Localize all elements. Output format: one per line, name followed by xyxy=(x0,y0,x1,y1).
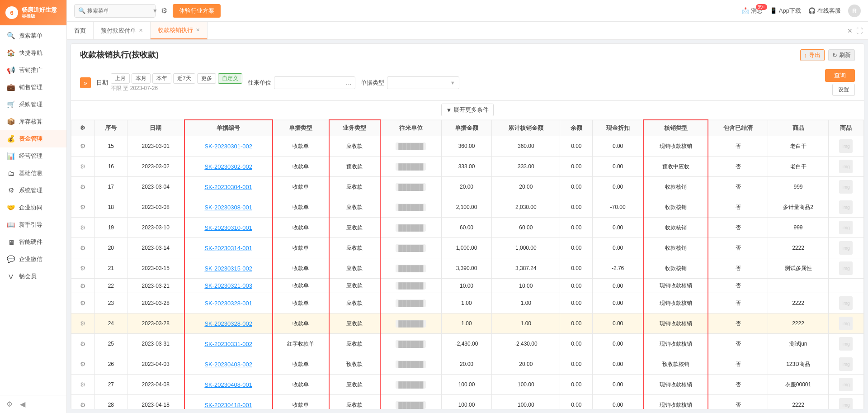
cell-doc_no-9[interactable]: SK-20230328-002 xyxy=(184,313,273,334)
voucher-type-select[interactable]: ▼ xyxy=(387,76,459,89)
row-settings-icon[interactable]: ⚙ xyxy=(80,224,86,231)
notification-button[interactable]: 📩 消息 99+ xyxy=(742,7,763,15)
cell-discount-1: 0.00 xyxy=(593,157,643,177)
cell-cancel_type-1: 预收中应收 xyxy=(643,157,708,177)
doc-no-link-0[interactable]: SK-20230301-002 xyxy=(204,143,252,150)
tab-close-receipt[interactable]: ✕ xyxy=(196,27,200,33)
doc-no-link-4[interactable]: SK-20230310-001 xyxy=(204,224,252,231)
date-btn-custom[interactable]: 自定义 xyxy=(218,73,242,84)
search-input[interactable] xyxy=(87,8,151,14)
sidebar-settings-icon[interactable]: ⚙ xyxy=(6,400,13,408)
doc-no-link-12[interactable]: SK-20230408-001 xyxy=(204,381,252,388)
expand-tabs-button[interactable]: ⛶ xyxy=(856,27,863,34)
expand-more-button[interactable]: ▼ 展开更多条件 xyxy=(441,104,494,116)
doc-no-link-13[interactable]: SK-20230418-001 xyxy=(204,402,252,408)
row-settings-icon[interactable]: ⚙ xyxy=(80,340,86,347)
cell-doc_no-7[interactable]: SK-20230321-003 xyxy=(184,279,273,293)
sidebar-collapse-icon[interactable]: ◀ xyxy=(20,400,25,408)
sidebar-item-member[interactable]: V畅会员 xyxy=(0,268,66,285)
sidebar-item-purchase[interactable]: 🛒采购管理 xyxy=(0,96,66,113)
partner-input-wrap[interactable]: ... xyxy=(274,76,355,89)
sidebar-item-finance[interactable]: 💰资金管理 xyxy=(0,130,66,147)
cell-biz_type-1: 预收款 xyxy=(329,157,380,177)
cell-doc_no-12[interactable]: SK-20230408-001 xyxy=(184,375,273,395)
cell-doc_no-5[interactable]: SK-20230314-001 xyxy=(184,238,273,258)
close-all-tabs-button[interactable]: ✕ xyxy=(847,27,853,34)
row-settings-icon[interactable]: ⚙ xyxy=(80,381,86,388)
cell-doc_type-9: 收款单 xyxy=(273,313,329,334)
cell-doc_no-6[interactable]: SK-20230315-002 xyxy=(184,258,273,279)
doc-no-link-1[interactable]: SK-20230302-002 xyxy=(204,163,252,170)
refresh-button[interactable]: ↻ 刷新 xyxy=(828,49,855,61)
sidebar-item-wechat[interactable]: 💬企业微信 xyxy=(0,251,66,268)
user-avatar[interactable]: R xyxy=(848,5,861,17)
doc-no-link-7[interactable]: SK-20230321-003 xyxy=(204,282,252,289)
doc-no-link-5[interactable]: SK-20230314-001 xyxy=(204,245,252,252)
row-settings-icon[interactable]: ⚙ xyxy=(80,183,86,190)
sidebar-item-basic[interactable]: 🗂基础信息 xyxy=(0,165,66,182)
sidebar-item-operation[interactable]: 📊经营管理 xyxy=(0,147,66,165)
doc-no-link-6[interactable]: SK-20230315-002 xyxy=(204,265,252,272)
app-download-button[interactable]: 📱 App下载 xyxy=(770,7,801,15)
row-settings-icon[interactable]: ⚙ xyxy=(80,142,86,150)
cell-doc_no-3[interactable]: SK-20230308-001 xyxy=(184,197,273,218)
cell-doc_no-1[interactable]: SK-20230302-002 xyxy=(184,157,273,177)
tab-close-prepay[interactable]: ✕ xyxy=(139,28,143,33)
cell-cancel_type-4: 收款核销 xyxy=(643,218,708,238)
row-settings-icon[interactable]: ⚙ xyxy=(80,244,86,252)
online-service-button[interactable]: 🎧 在线客服 xyxy=(808,7,841,15)
doc-no-link-9[interactable]: SK-20230328-002 xyxy=(204,320,252,327)
sidebar-item-inventory[interactable]: 📦库存核算 xyxy=(0,113,66,130)
export-button[interactable]: ↑ 导出 xyxy=(800,49,825,61)
date-quick-buttons: 上月本月本年近7天更多自定义 xyxy=(111,73,242,84)
partner-input[interactable] xyxy=(278,80,346,86)
cell-doc_no-10[interactable]: SK-20230331-002 xyxy=(184,334,273,354)
sidebar-item-search[interactable]: 🔍搜索菜单 xyxy=(0,27,66,44)
cell-doc_no-8[interactable]: SK-20230328-001 xyxy=(184,293,273,313)
sidebar-item-coop[interactable]: 🤝企业协同 xyxy=(0,199,66,216)
doc-no-link-11[interactable]: SK-20230403-002 xyxy=(204,361,252,368)
tab-prepay[interactable]: 预付款应付单✕ xyxy=(94,22,151,39)
date-btn-上月[interactable]: 上月 xyxy=(111,73,130,84)
query-button[interactable]: 查询 xyxy=(825,69,855,82)
row-settings-icon[interactable]: ⚙ xyxy=(80,361,86,368)
sidebar-item-guide[interactable]: 📖新手引导 xyxy=(0,216,66,233)
row-settings-icon[interactable]: ⚙ xyxy=(80,163,86,170)
sidebar-item-hardware[interactable]: 🖥智能硬件 xyxy=(0,233,66,251)
cell-doc_no-11[interactable]: SK-20230403-002 xyxy=(184,354,273,375)
date-btn-近7天[interactable]: 近7天 xyxy=(173,73,195,84)
solution-button[interactable]: 体验行业方案 xyxy=(173,4,221,18)
row-settings-icon[interactable]: ⚙ xyxy=(80,299,86,307)
date-btn-本年[interactable]: 本年 xyxy=(152,73,171,84)
doc-no-link-3[interactable]: SK-20230308-001 xyxy=(204,204,252,211)
cell-biz_type-4: 应收款 xyxy=(329,218,380,238)
tab-receipt[interactable]: 收款核销执行✕ xyxy=(151,22,208,39)
sidebar-item-system[interactable]: ⚙系统管理 xyxy=(0,182,66,199)
row-settings-icon[interactable]: ⚙ xyxy=(80,320,86,327)
row-settings-icon[interactable]: ⚙ xyxy=(80,282,86,290)
col-header-settings[interactable]: ⚙ xyxy=(71,120,95,136)
filter-toggle-button[interactable]: » xyxy=(80,77,91,88)
doc-no-link-8[interactable]: SK-20230328-001 xyxy=(204,300,252,307)
tab-home[interactable]: 首页 xyxy=(67,22,94,39)
cell-doc_no-4[interactable]: SK-20230310-001 xyxy=(184,218,273,238)
partner-dots-icon[interactable]: ... xyxy=(346,79,352,87)
cell-doc_no-2[interactable]: SK-20230304-001 xyxy=(184,177,273,197)
date-btn-本月[interactable]: 本月 xyxy=(132,73,151,84)
row-settings-icon[interactable]: ⚙ xyxy=(80,401,86,408)
doc-no-link-10[interactable]: SK-20230331-002 xyxy=(204,341,252,347)
sidebar-item-nav[interactable]: 🏠快捷导航 xyxy=(0,44,66,62)
cell-doc_no-13[interactable]: SK-20230418-001 xyxy=(184,395,273,409)
row-settings-icon[interactable]: ⚙ xyxy=(80,204,86,211)
search-wrap[interactable]: 🔍 ▼ xyxy=(74,4,156,18)
cell-doc_no-0[interactable]: SK-20230301-002 xyxy=(184,136,273,157)
topbar-gear-icon[interactable]: ⚙ xyxy=(161,6,167,15)
row-settings-icon[interactable]: ⚙ xyxy=(80,265,86,272)
cell-cancel_amount-6: 3,387.24 xyxy=(492,258,560,279)
doc-no-link-2[interactable]: SK-20230304-001 xyxy=(204,184,252,190)
cell-goods-3: 多计量商品2 xyxy=(768,197,829,218)
sidebar-item-sales[interactable]: 💼销售管理 xyxy=(0,79,66,96)
setting-button[interactable]: 设置 xyxy=(832,84,855,96)
date-btn-更多[interactable]: 更多 xyxy=(197,73,216,84)
sidebar-item-marketing[interactable]: 📢营销推广 xyxy=(0,62,66,79)
